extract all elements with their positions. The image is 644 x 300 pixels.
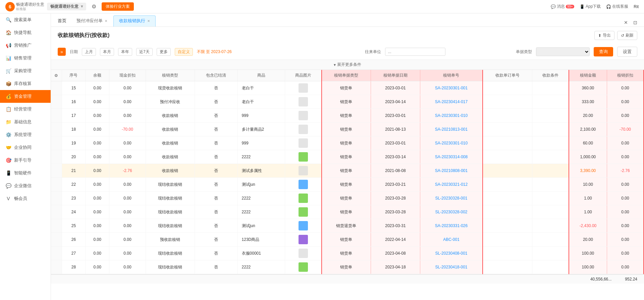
filter-area: » 日期 上月 本月 本年 近7天 更多 自定义 不限 至 2023-07-26… [51, 44, 644, 60]
gear-settings-btn[interactable]: ⚙ [89, 3, 99, 10]
td-verify-discount: 0.00 [607, 95, 644, 109]
verify-bill-no-link[interactable]: ABC-001 [443, 237, 460, 242]
chevron-down-icon: ▾ [334, 62, 336, 67]
verify-bill-no-link[interactable]: SA-20210813-001 [435, 127, 468, 132]
user-name[interactable]: Rit [634, 4, 639, 9]
sidebar-item-sys[interactable]: ⚙️ 系统管理 [0, 128, 51, 141]
td-include-settled: 否 [195, 219, 237, 233]
td-verify-type: 预收款核销 [146, 233, 195, 247]
sidebar-item-sales[interactable]: 📊 销售管理 [0, 52, 51, 65]
tab-home[interactable]: 首页 [54, 16, 70, 27]
th-cash-discount: 现金折扣 [109, 70, 146, 81]
filter-btn-custom[interactable]: 自定义 [175, 48, 193, 56]
verify-bill-no-link[interactable]: SL-20230418-001 [435, 265, 467, 269]
td-receipt-condition [532, 205, 569, 219]
tab-prepay[interactable]: 预付冲应付单 ✕ [71, 16, 113, 27]
sidebar-item-wechat[interactable]: 💬 企业微信 [0, 179, 51, 192]
sys-icon: ⚙️ [5, 132, 11, 137]
settings-button[interactable]: 设置 [617, 47, 637, 57]
th-settings[interactable]: ⚙ [51, 70, 62, 81]
verify-bill-no-link[interactable]: SA-20230301-010 [435, 113, 468, 118]
verify-bill-no-link[interactable]: SL-20230328-001 [435, 196, 467, 201]
notification-item[interactable]: 💬 消息 99+ [551, 4, 574, 9]
expand-more-btn[interactable]: ▾ 展开更多条件 [334, 62, 361, 68]
td-no: 28 [62, 260, 86, 274]
td-receipt-order-no [483, 123, 532, 136]
filter-btn-this-month[interactable]: 本月 [100, 48, 114, 56]
sidebar-label-corp: 企业协同 [14, 144, 32, 151]
td-cash-discount: 0.00 [109, 260, 146, 274]
verify-bill-no-link[interactable]: SL-20230328-002 [435, 210, 467, 214]
td-verify-bill-no: SA-20230301-010 [420, 109, 483, 123]
online-service-item[interactable]: 🎧 在线客服 [606, 4, 628, 9]
logo-icon: 6 [5, 2, 15, 11]
filter-collapse-btn[interactable]: » [58, 48, 66, 56]
sidebar-item-inventory[interactable]: 📦 库存核算 [0, 77, 51, 90]
td-receipt-order-no [483, 260, 532, 274]
th-verify-amount: 核销金额 [569, 70, 607, 81]
sidebar-item-marketing[interactable]: 📢 营销推广 [0, 39, 51, 52]
export-button[interactable]: ⬆ 导出 [594, 31, 614, 40]
verify-bill-no-link[interactable]: SA-20230301-010 [435, 141, 468, 145]
tab-prepay-label: 预付冲应付单 [76, 18, 103, 24]
sidebar-label-hardware: 智能硬件 [14, 170, 32, 176]
verify-bill-no-link[interactable]: SA-20230414-017 [435, 99, 468, 104]
td-receipt-condition [532, 247, 569, 260]
sidebar-item-basic[interactable]: 📁 基础信息 [0, 116, 51, 128]
filter-partner-input[interactable] [385, 48, 445, 56]
data-table: ⚙ 序号 余额 现金折扣 核销类型 包含已结清 商品 商品图片 核销单据类型 核… [51, 70, 644, 274]
table-row: 26 0.00 0.00 预收款核销 否 123D商品 销货单 2022-04-… [51, 233, 644, 247]
refresh-button[interactable]: ↺ 刷新 [617, 31, 637, 40]
tab-receipt-close[interactable]: ✕ [147, 19, 150, 23]
close-window-btn[interactable]: ✕ [623, 18, 629, 27]
table-row: 18 0.00 -70.00 收款核销 否 多计量商品2 销货单 2021-08… [51, 123, 644, 136]
sidebar-item-purchase[interactable]: 🛒 采购管理 [0, 65, 51, 77]
sidebar-item-capital[interactable]: 💰 资金管理 [0, 90, 51, 103]
sidebar-item-hardware[interactable]: 📱 智能硬件 [0, 167, 51, 179]
th-verify-discount: 核销折扣 [607, 70, 644, 81]
td-no: 21 [62, 164, 86, 178]
td-settings [51, 109, 62, 123]
tab-receipt-verify[interactable]: 收款核销执行 ✕ [113, 15, 156, 27]
td-no: 17 [62, 109, 86, 123]
td-receipt-condition [532, 123, 569, 136]
filter-btn-more-date[interactable]: 更多 [157, 48, 171, 56]
filter-voucher-type-select[interactable] [536, 47, 590, 56]
query-button[interactable]: 查询 [594, 47, 613, 56]
sidebar-item-corp[interactable]: 🤝 企业协同 [0, 141, 51, 154]
td-verify-bill-date: 2022-04-14 [371, 233, 420, 247]
verify-bill-no-link[interactable]: SA-20230321-012 [435, 182, 468, 187]
sidebar-item-ops[interactable]: 📋 经营管理 [0, 103, 51, 116]
main-content: 首页 预付冲应付单 ✕ 收款核销执行 ✕ ✕ ⊡ 收款核销执行(按收款) ⬆ 导… [51, 13, 644, 300]
filter-btn-last-month[interactable]: 上月 [82, 48, 96, 56]
basic-icon: 📁 [5, 119, 11, 125]
td-verify-bill-type: 销货单 [322, 247, 371, 260]
sidebar-item-member[interactable]: V 畅会员 [0, 192, 51, 205]
filter-btn-7days[interactable]: 近7天 [136, 48, 153, 56]
td-no: 22 [62, 178, 86, 191]
industry-btn[interactable]: 体验行业方案 [102, 2, 134, 11]
tab-prepay-close[interactable]: ✕ [105, 19, 107, 23]
verify-bill-no-link[interactable]: SA-20210808-001 [435, 168, 468, 173]
filter-btn-this-year[interactable]: 本年 [118, 48, 132, 56]
main-layout: 🔍 搜索菜单 🏠 快捷导航 📢 营销推广 📊 销售管理 🛒 采购管理 📦 库存核… [0, 13, 644, 300]
sidebar-label-purchase: 采购管理 [14, 68, 32, 74]
app-download-item[interactable]: 📱 App下载 [580, 4, 601, 9]
company-name[interactable]: 畅捷通谱好生意 ▾ [47, 3, 86, 10]
td-receipt-order-no [483, 205, 532, 219]
verify-bill-no-link[interactable]: SL-20230408-001 [435, 251, 467, 256]
th-verify-bill-no: 核销单号 [420, 70, 483, 81]
verify-bill-no-link[interactable]: SA-20230314-008 [435, 155, 468, 159]
verify-bill-no-link[interactable]: SA-20230331-026 [435, 223, 468, 228]
verify-bill-no-link[interactable]: SA-20230301-001 [435, 86, 468, 90]
sidebar-item-guide[interactable]: 🎯 新手引导 [0, 154, 51, 167]
td-verify-bill-type: 销货单 [322, 109, 371, 123]
td-verify-discount: 0.00 [607, 109, 644, 123]
sidebar-item-quick-nav[interactable]: 🏠 快捷导航 [0, 26, 51, 39]
td-balance: 0.00 [86, 247, 109, 260]
maximize-window-btn[interactable]: ⊡ [632, 18, 639, 27]
td-no: 26 [62, 233, 86, 247]
sidebar-item-search-menu[interactable]: 🔍 搜索菜单 [0, 13, 51, 26]
td-verify-amount: 1,000.00 [569, 150, 607, 164]
table-wrapper[interactable]: ⚙ 序号 余额 现金折扣 核销类型 包含已结清 商品 商品图片 核销单据类型 核… [51, 70, 644, 300]
